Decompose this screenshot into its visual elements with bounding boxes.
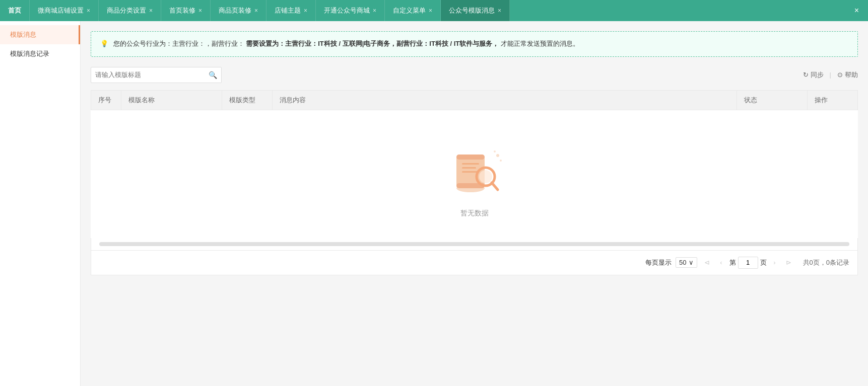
first-page-button[interactable]: ⊲ [701,257,713,269]
col-action: 操作 [808,90,858,110]
prev-page-button[interactable]: ‹ [715,257,727,269]
tab-weixinshop-label: 微商城店铺设置 [38,6,84,15]
tab-productpage[interactable]: 商品页装修 × [211,0,266,21]
tab-template-msg[interactable]: 公众号模版消息 × [441,0,510,21]
tab-category-label: 商品分类设置 [107,6,146,15]
divider: | [830,71,831,79]
page-label-post: 页 [760,258,767,267]
empty-state: 暂无数据 [91,110,858,238]
home-label: 首页 [8,6,21,15]
close-icon[interactable]: × [429,7,432,14]
svg-rect-4 [462,163,479,165]
notice-box: 💡 您的公众号行业为：主营行业：，副营行业： 需要设置为：主营行业：IT科技 /… [91,31,858,57]
help-label: 帮助 [845,70,858,80]
main-layout: 模版消息 模版消息记录 💡 您的公众号行业为：主营行业：，副营行业： 需要设置为… [0,21,868,386]
close-icon[interactable]: × [87,7,90,14]
data-table: 序号 模版名称 模版类型 消息内容 状态 操作 [91,90,858,238]
col-content: 消息内容 [273,90,737,110]
svg-point-8 [479,170,492,183]
notice-highlight: 需要设置为：主营行业：IT科技 / 互联网|电子商务，副营行业：IT科技 / I… [246,40,499,47]
svg-rect-5 [462,167,476,169]
sidebar-item-template-msg[interactable]: 模版消息 [0,25,80,44]
search-input[interactable] [95,71,209,79]
search-icon[interactable]: 🔍 [209,71,217,79]
tab-category[interactable]: 商品分类设置 × [99,0,161,21]
svg-point-11 [500,160,502,162]
col-type: 模版类型 [222,90,273,110]
scrollbar-row [91,238,858,251]
horizontal-scrollbar[interactable] [99,242,849,246]
notice-icon: 💡 [100,40,108,47]
search-actions: ↻ 同步 | ⊙ 帮助 [803,70,858,80]
empty-state-row: 暂无数据 [91,110,858,238]
tab-weixinshop[interactable]: 微商城店铺设置 × [30,0,99,21]
sidebar-item-template-log[interactable]: 模版消息记录 [0,44,80,63]
svg-rect-6 [462,171,478,173]
pagination: 每页显示 50 ∨ ⊲ ‹ 第 页 › ⊳ 共0页，0条记录 [91,251,858,275]
sidebar: 模版消息 模版消息记录 [0,21,81,386]
empty-illustration [444,140,505,201]
close-icon[interactable]: × [373,7,376,14]
svg-line-9 [492,183,498,190]
close-icon[interactable]: × [304,7,307,14]
tab-theme-label: 店铺主题 [275,6,301,15]
page-size-label: 每页显示 [645,258,672,267]
close-icon[interactable]: × [198,7,202,14]
table-body: 暂无数据 [91,110,858,238]
svg-rect-2 [456,155,485,160]
notice-text-suffix: 才能正常发送预置的消息。 [501,40,579,47]
page-nav: ⊲ ‹ 第 页 › ⊳ [701,257,795,269]
sync-icon: ↻ [803,71,809,79]
tab-template-msg-label: 公众号模版消息 [449,6,495,15]
tab-mall-label: 开通公众号商城 [324,6,370,15]
empty-text: 暂无数据 [460,209,489,218]
dropdown-arrow-icon: ∨ [689,259,694,266]
tab-menu-label: 自定义菜单 [393,6,426,15]
tab-menu[interactable]: 自定义菜单 × [385,0,441,21]
total-info: 共0页，0条记录 [803,258,849,267]
page-size-value: 50 [679,259,686,266]
col-status: 状态 [737,90,808,110]
page-input[interactable] [738,257,758,269]
top-nav: 首页 微商城店铺设置 × 商品分类设置 × 首页装修 × 商品页装修 × 店铺主… [0,0,868,21]
search-bar: 🔍 ↻ 同步 | ⊙ 帮助 [91,67,858,83]
svg-point-10 [496,154,499,157]
svg-point-12 [494,150,496,152]
tab-theme[interactable]: 店铺主题 × [266,0,316,21]
col-index: 序号 [91,90,121,110]
tab-homepage-label: 首页装修 [169,6,195,15]
next-page-button[interactable]: › [769,257,781,269]
content-area: 💡 您的公众号行业为：主营行业：，副营行业： 需要设置为：主营行业：IT科技 /… [81,21,868,386]
tab-home[interactable]: 首页 [0,0,30,21]
sync-button[interactable]: ↻ 同步 [803,70,824,80]
global-close-button[interactable]: × [845,0,868,21]
col-name: 模版名称 [121,90,222,110]
search-input-wrap[interactable]: 🔍 [91,67,222,83]
page-size-select[interactable]: 50 ∨ [676,257,697,268]
table-header-row: 序号 模版名称 模版类型 消息内容 状态 操作 [91,90,858,110]
help-button[interactable]: ⊙ 帮助 [837,70,858,80]
tab-mall[interactable]: 开通公众号商城 × [316,0,385,21]
notice-text-prefix: 您的公众号行业为：主营行业：，副营行业： [113,40,244,47]
help-circle-icon: ⊙ [837,71,843,79]
tab-homepage[interactable]: 首页装修 × [161,0,211,21]
close-icon[interactable]: × [498,7,501,14]
close-icon[interactable]: × [149,7,153,14]
close-icon[interactable]: × [254,7,258,14]
last-page-button[interactable]: ⊳ [783,257,795,269]
page-label-pre: 第 [729,258,736,267]
sync-label: 同步 [811,70,824,80]
tab-productpage-label: 商品页装修 [219,6,251,15]
